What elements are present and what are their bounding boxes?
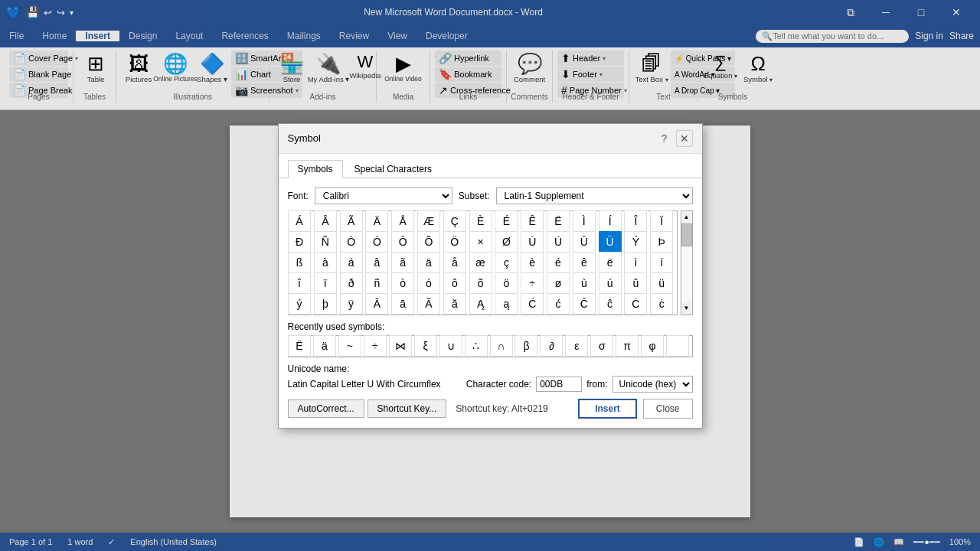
modal-help-btn[interactable]: ? <box>656 130 673 147</box>
recent-symbol-cell[interactable]: σ <box>590 335 613 357</box>
symbol-cell[interactable]: Ă <box>417 293 440 315</box>
recent-symbol-cell[interactable]: ∩ <box>490 335 513 357</box>
symbol-cell[interactable]: á <box>340 252 363 273</box>
symbol-cell[interactable]: ÷ <box>521 272 544 294</box>
recent-symbol-cell[interactable]: ε <box>565 335 588 357</box>
recent-symbol-cell[interactable]: ⋈ <box>389 335 412 357</box>
tab-symbols[interactable]: Symbols <box>288 160 343 178</box>
symbol-cell[interactable]: ą <box>495 293 518 315</box>
symbol-cell[interactable]: Þ <box>650 231 673 253</box>
symbol-cell[interactable]: Ì <box>573 210 596 232</box>
symbol-cell[interactable]: þ <box>314 293 337 315</box>
symbol-cell[interactable]: ñ <box>365 272 388 294</box>
symbol-cell[interactable]: Ë <box>547 210 570 232</box>
recent-symbol-cell[interactable]: φ <box>641 335 664 357</box>
symbol-cell[interactable]: Ć <box>521 293 544 315</box>
insert-btn[interactable]: Insert <box>578 399 637 419</box>
symbol-cell[interactable]: è <box>521 252 544 273</box>
recent-symbol-cell[interactable] <box>666 335 689 357</box>
close-modal-btn[interactable]: Close <box>643 399 693 419</box>
symbol-cell[interactable]: í <box>650 252 673 273</box>
recent-symbol-cell[interactable]: ∪ <box>439 335 462 357</box>
symbol-cell[interactable]: ç <box>495 252 518 273</box>
symbol-cell[interactable]: Ø <box>495 231 518 253</box>
symbol-cell[interactable]: ø <box>547 272 570 294</box>
symbol-cell[interactable]: Ā <box>365 293 388 315</box>
symbol-cell[interactable]: Õ <box>417 231 440 253</box>
symbol-cell[interactable]: ú <box>599 272 622 294</box>
shortcut-key-btn[interactable]: Shortcut Key... <box>368 399 447 418</box>
grid-scrollbar[interactable]: ▲ ▼ <box>681 210 693 315</box>
recent-symbol-cell[interactable]: Ë <box>288 335 311 357</box>
symbol-cell[interactable]: û <box>624 272 647 294</box>
symbol-cell[interactable]: Ĉ <box>573 293 596 315</box>
symbol-cell[interactable]: ÿ <box>340 293 363 315</box>
char-code-input[interactable] <box>536 377 582 392</box>
recent-symbol-cell[interactable]: π <box>616 335 639 357</box>
symbol-cell[interactable]: Ý <box>624 231 647 253</box>
recent-symbol-cell[interactable]: ~ <box>338 335 361 357</box>
symbol-cell[interactable]: Ó <box>365 231 388 253</box>
symbol-cell[interactable]: ð <box>340 272 363 294</box>
symbol-cell[interactable]: Ê <box>521 210 544 232</box>
symbol-cell[interactable]: Î <box>624 210 647 232</box>
symbol-cell[interactable]: ù <box>573 272 596 294</box>
symbol-cell[interactable]: Í <box>599 210 622 232</box>
symbol-cell[interactable]: ë <box>599 252 622 273</box>
symbol-cell[interactable]: î <box>288 272 311 294</box>
symbol-cell[interactable]: â <box>365 252 388 273</box>
from-select[interactable]: Unicode (hex) <box>612 376 693 393</box>
symbol-cell[interactable]: ó <box>417 272 440 294</box>
symbol-cell[interactable]: ă <box>443 293 466 315</box>
symbol-cell[interactable]: Ü <box>599 231 622 253</box>
scrollbar-thumb[interactable] <box>681 223 692 246</box>
symbol-cell[interactable]: ć <box>547 293 570 315</box>
font-select[interactable]: Calibri <box>315 187 452 204</box>
symbol-cell[interactable]: Ċ <box>624 293 647 315</box>
symbol-cell[interactable]: ä <box>417 252 440 273</box>
symbol-cell[interactable]: ê <box>573 252 596 273</box>
recent-symbol-cell[interactable]: ∴ <box>465 335 488 357</box>
symbol-cell[interactable]: ã <box>391 252 414 273</box>
symbol-cell[interactable]: Ä <box>365 210 388 232</box>
symbol-cell[interactable]: Û <box>573 231 596 253</box>
modal-close-btn[interactable]: ✕ <box>676 130 693 147</box>
symbol-cell[interactable]: Ã <box>340 210 363 232</box>
recent-symbol-cell[interactable]: ∂ <box>540 335 563 357</box>
symbol-cell[interactable]: Ï <box>650 210 673 232</box>
symbol-cell[interactable]: ï <box>314 272 337 294</box>
symbol-cell[interactable]: é <box>547 252 570 273</box>
symbol-cell[interactable]: æ <box>469 252 492 273</box>
symbol-cell[interactable]: Ç <box>443 210 466 232</box>
symbol-cell[interactable]: Ñ <box>314 231 337 253</box>
symbol-cell[interactable]: È <box>469 210 492 232</box>
symbol-cell[interactable]: ò <box>391 272 414 294</box>
symbol-cell[interactable]: Ą <box>469 293 492 315</box>
autocorrect-btn[interactable]: AutoCorrect... <box>288 399 364 418</box>
symbol-cell[interactable]: Å <box>391 210 414 232</box>
symbol-cell[interactable]: ý <box>288 293 311 315</box>
symbol-cell[interactable]: Ú <box>547 231 570 253</box>
symbol-cell[interactable]: × <box>469 231 492 253</box>
symbol-cell[interactable]: ì <box>624 252 647 273</box>
recent-symbol-cell[interactable]: ξ <box>414 335 437 357</box>
symbol-cell[interactable]: ċ <box>650 293 673 315</box>
symbol-cell[interactable]: Á <box>288 210 311 232</box>
tab-special-chars[interactable]: Special Characters <box>345 160 442 178</box>
subset-select[interactable]: Latin-1 Supplement <box>496 187 693 204</box>
recent-symbol-cell[interactable]: ä <box>313 335 336 357</box>
symbol-cell[interactable]: Â <box>314 210 337 232</box>
symbol-cell[interactable]: å <box>443 252 466 273</box>
symbol-cell[interactable]: Ð <box>288 231 311 253</box>
symbol-cell[interactable]: É <box>495 210 518 232</box>
symbol-cell[interactable]: ü <box>650 272 673 294</box>
symbol-cell[interactable]: Ù <box>521 231 544 253</box>
symbol-cell[interactable]: Ö <box>443 231 466 253</box>
symbol-cell[interactable]: Ô <box>391 231 414 253</box>
symbol-cell[interactable]: ô <box>443 272 466 294</box>
scrollbar-down-btn[interactable]: ▼ <box>681 302 692 315</box>
recent-symbol-cell[interactable]: β <box>514 335 537 357</box>
recent-symbol-cell[interactable]: ÷ <box>364 335 387 357</box>
scrollbar-up-btn[interactable]: ▲ <box>681 211 692 223</box>
symbol-cell[interactable]: ß <box>288 252 311 273</box>
